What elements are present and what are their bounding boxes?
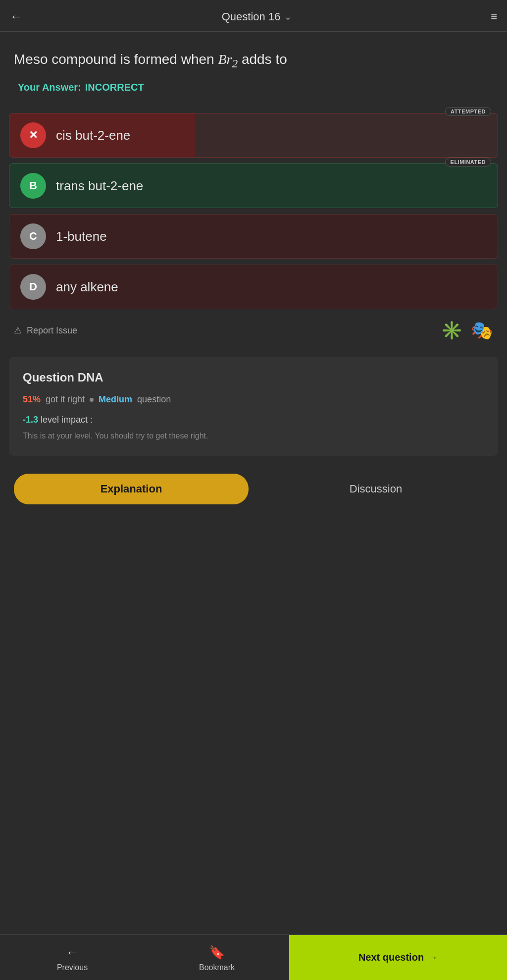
your-answer-label: Your Answer:INCORRECT [14,82,493,93]
dna-impact-value: -1.3 [23,415,38,425]
next-question-button[interactable]: Next question → [289,935,507,980]
face-icon[interactable]: 🎭 [471,320,493,341]
option-c[interactable]: C 1-butene [9,214,498,259]
answer-section: Your Answer:INCORRECT [0,82,507,113]
bookmark-button[interactable]: 🔖 Bookmark [145,935,289,980]
dna-section: Question DNA 51% got it right Medium que… [9,357,498,456]
option-a[interactable]: ATTEMPTED ✕ cis but-2-ene [9,113,498,158]
option-b-text: trans but-2-ene [56,178,143,194]
question-text-after: adds to [238,52,287,67]
dna-title: Question DNA [23,371,484,384]
option-a-circle: ✕ [20,122,46,148]
report-icons-right: ✳️ 🎭 [441,320,493,341]
bottom-tabs: Explanation Discussion [0,466,507,512]
bottom-nav: ← Previous 🔖 Bookmark Next question → [0,934,507,980]
option-b-circle: B [20,173,46,199]
header: ← Question 16 ⌄ ≡ [0,0,507,32]
option-d-text: any alkene [56,279,118,295]
previous-button[interactable]: ← Previous [0,935,145,980]
option-a-text: cis but-2-ene [56,128,130,143]
warning-icon: ⚠ [14,325,22,336]
bookmark-icon: 🔖 [209,945,225,960]
dna-difficulty-suffix: question [137,394,171,405]
tab-discussion[interactable]: Discussion [258,474,493,504]
tab-explanation[interactable]: Explanation [14,474,249,504]
dna-difficulty: Medium [99,394,132,405]
option-b[interactable]: ELIMINATED B trans but-2-ene [9,163,498,208]
dna-impact-desc: This is at your level. You should try to… [23,430,484,442]
bookmark-label: Bookmark [199,963,235,972]
menu-icon[interactable]: ≡ [491,10,497,23]
option-d-circle: D [20,274,46,300]
dna-impact: -1.3 level impact : [23,415,484,425]
option-c-text: 1-butene [56,229,107,244]
previous-label: Previous [57,963,88,972]
chemical-formula: Br2 [218,52,238,67]
attempted-badge: ATTEMPTED [445,107,491,116]
next-label: Next question [358,952,424,963]
option-d[interactable]: D any alkene [9,265,498,309]
eliminated-badge: ELIMINATED [445,158,491,166]
question-text: Meso compound is formed when Br2 adds to [14,50,493,72]
option-c-circle: C [20,223,46,249]
report-issue-label: Report Issue [27,326,77,336]
back-icon[interactable]: ← [10,9,23,24]
question-number: Question 16 [222,10,281,23]
dna-stats: 51% got it right Medium question [23,394,484,405]
question-area: Meso compound is formed when Br2 adds to [0,32,507,82]
dna-got-right-text: got it right [46,394,85,405]
dna-impact-label: level impact : [41,415,93,425]
answer-status: INCORRECT [85,82,144,93]
question-text-before: Meso compound is formed when [14,52,218,67]
starburst-icon[interactable]: ✳️ [441,320,463,341]
chevron-down-icon[interactable]: ⌄ [284,11,292,22]
next-arrow-icon: → [428,952,438,963]
dna-percent: 51% [23,394,41,405]
header-title: Question 16 ⌄ [222,10,292,23]
options-list: ATTEMPTED ✕ cis but-2-ene ELIMINATED B t… [0,113,507,309]
report-row: ⚠ Report Issue ✳️ 🎭 [0,309,507,352]
previous-arrow-icon: ← [66,945,79,960]
report-issue-button[interactable]: ⚠ Report Issue [14,325,77,336]
dna-dot-separator [90,398,94,402]
